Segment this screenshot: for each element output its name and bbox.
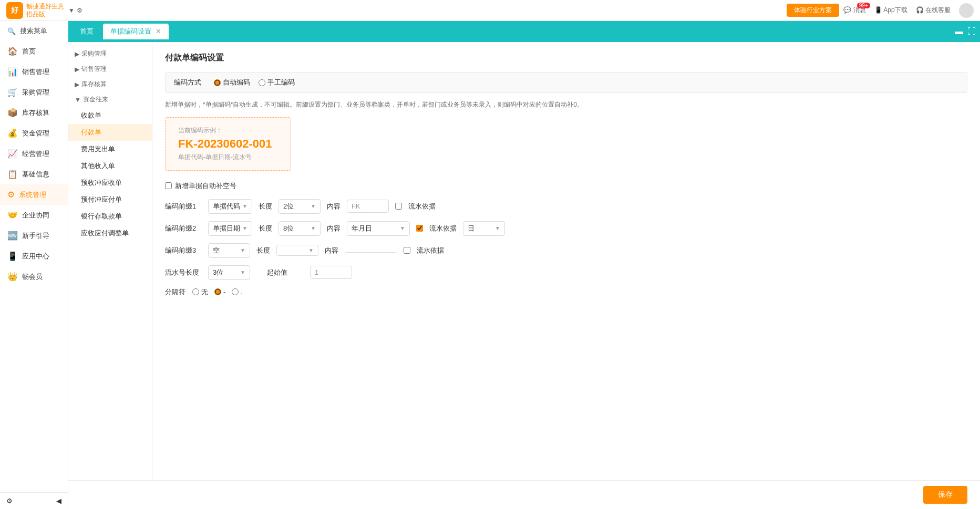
prefix3-serial-label: 流水依据: [417, 246, 444, 255]
prefix2-serial-checkbox[interactable]: [416, 225, 423, 232]
logo-icon: 好: [6, 2, 23, 19]
prefix3-length-select[interactable]: ▼: [276, 245, 318, 256]
sub-sidebar-group-inventory[interactable]: ▶ 库存核算: [68, 77, 152, 92]
sidebar-collapse-icon[interactable]: ◀: [56, 497, 61, 505]
sidebar-item-sales[interactable]: 📊 销售管理: [0, 61, 68, 82]
prefix1-length-select[interactable]: 2位 ▼: [278, 199, 321, 214]
prefix3-content-input: [345, 248, 397, 253]
prefix1-row: 编码前缀1 单据代码 ▼ 长度 2位 ▼ 内容 FK 流水依据: [165, 199, 967, 214]
sep-dash-option[interactable]: -: [214, 288, 225, 296]
prefix2-select[interactable]: 单据日期 ▼: [208, 221, 252, 236]
chevron-icon4: ▼: [311, 225, 316, 231]
prefix2-serial-unit-select[interactable]: 日 ▼: [463, 221, 505, 236]
sidebar-item-purchase[interactable]: 🛒 采购管理: [0, 82, 68, 102]
tab-home[interactable]: 首页: [73, 24, 101, 39]
online-service[interactable]: 🎧 在线客服: [916, 6, 951, 15]
sidebar-settings-icon[interactable]: ⚙: [6, 497, 13, 505]
chevron-right-icon: ▶: [75, 50, 79, 58]
auto-encode-radio[interactable]: 自动编码: [214, 78, 250, 87]
serial-length-select[interactable]: 3位 ▼: [208, 265, 250, 280]
sub-sidebar-item-pre-payment[interactable]: 预付冲应付单: [68, 191, 152, 208]
sidebar-item-system[interactable]: ⚙ 系统管理: [0, 184, 68, 205]
sidebar-item-inventory[interactable]: 📦 库存核算: [0, 102, 68, 123]
sales-icon: 📊: [7, 67, 18, 77]
minimize-icon[interactable]: ▬: [955, 27, 963, 36]
sub-sidebar-item-payment[interactable]: 付款单: [68, 124, 152, 141]
search-icon: 🔍: [7, 27, 16, 35]
inner-layout: ▶ 采购管理 ▶ 销售管理 ▶ 库存核算 ▼ 资金往来 收款单 付款单 费用支出…: [68, 42, 980, 480]
example-box: 当前编码示例： FK-20230602-001 单据代码-单据日期-流水号: [165, 117, 291, 171]
prefix1-select[interactable]: 单据代码 ▼: [208, 199, 252, 214]
sidebar: 🔍 搜索菜单 🏠 首页 📊 销售管理 🛒 采购管理 📦 库存核算 💰 资金管理 …: [0, 21, 68, 509]
tabbar-right: ▬ ⛶: [955, 27, 976, 36]
maximize-icon[interactable]: ⛶: [967, 27, 976, 36]
sidebar-item-member[interactable]: 👑 畅会员: [0, 266, 68, 287]
footer-bar: 保存: [68, 480, 980, 509]
auto-fill-checkbox-row: 新增单据自动补空号: [165, 181, 967, 191]
message-icon-wrap[interactable]: 💬 消息 99+: [843, 6, 865, 15]
message-badge: 99+: [857, 3, 870, 8]
chevron-icon5: ▼: [400, 225, 405, 231]
sub-sidebar-item-other-income[interactable]: 其他收入单: [68, 158, 152, 174]
chevron-right-icon2: ▶: [75, 66, 79, 73]
tab-encoding[interactable]: 单据编码设置 ✕: [103, 24, 169, 39]
sidebar-bottom: ⚙ ◀: [0, 492, 68, 509]
finance-icon: 💰: [7, 128, 18, 138]
sub-sidebar-item-expense[interactable]: 费用支出单: [68, 141, 152, 158]
prefix3-serial-checkbox[interactable]: [404, 247, 410, 254]
chevron-icon2: ▼: [311, 203, 316, 209]
prefix1-serial-checkbox[interactable]: [395, 203, 402, 210]
topbar-right: 💬 消息 99+ 📱 App下载 🎧 在线客服: [843, 3, 974, 18]
basic-icon: 📋: [7, 169, 18, 179]
settings-icon[interactable]: ⚙: [77, 7, 82, 14]
sep-none-option[interactable]: 无: [192, 287, 208, 297]
sidebar-search[interactable]: 🔍 搜索菜单: [0, 21, 68, 41]
system-icon: ⚙: [7, 190, 15, 200]
topbar: 好 畅捷通好生意 捂品版 ▼ ⚙ 体验行业方案 💬 消息 99+ 📱 App下载…: [0, 0, 980, 21]
sep-dot-option[interactable]: .: [232, 288, 243, 296]
sub-sidebar-group-capital[interactable]: ▼ 资金往来: [68, 92, 152, 107]
sub-sidebar-item-bank[interactable]: 银行存取款单: [68, 208, 152, 225]
sidebar-item-basic[interactable]: 📋 基础信息: [0, 164, 68, 184]
prefix2-length-label: 长度: [259, 224, 272, 233]
save-button[interactable]: 保存: [923, 486, 967, 504]
manual-encode-radio[interactable]: 手工编码: [259, 78, 295, 87]
sidebar-item-finance[interactable]: 💰 资金管理: [0, 123, 68, 143]
auto-fill-checkbox[interactable]: [165, 182, 172, 189]
example-code: FK-20230602-001: [178, 137, 278, 151]
prefix3-select[interactable]: 空 ▼: [208, 243, 250, 258]
home-icon: 🏠: [7, 46, 18, 56]
sub-sidebar-item-receipt[interactable]: 收款单: [68, 107, 152, 124]
sidebar-item-apps[interactable]: 📱 应用中心: [0, 246, 68, 266]
main-panel: 付款单编码设置 编码方式 自动编码 手工编码 新增单据时，*单据编码*自动生成，…: [152, 42, 980, 480]
sidebar-item-newbie[interactable]: 🆕 新手引导: [0, 225, 68, 246]
sub-sidebar-group-sales[interactable]: ▶ 销售管理: [68, 61, 152, 77]
sub-sidebar-item-pre-receipt[interactable]: 预收冲应收单: [68, 174, 152, 191]
start-value-input[interactable]: 1: [310, 266, 352, 279]
sub-sidebar-group-purchase[interactable]: ▶ 采购管理: [68, 46, 152, 61]
tab-close-icon[interactable]: ✕: [156, 27, 161, 35]
sidebar-item-enterprise[interactable]: 🤝 企业协同: [0, 205, 68, 225]
prefix2-content-select[interactable]: 年月日 ▼: [347, 221, 410, 236]
prefix1-content-label: 内容: [327, 202, 341, 211]
encoding-method-label: 编码方式: [174, 78, 201, 87]
chevron-icon6: ▼: [495, 225, 500, 231]
app-download[interactable]: 📱 App下载: [874, 6, 907, 15]
sub-sidebar-item-adjustment[interactable]: 应收应付调整单: [68, 225, 152, 242]
newbie-icon: 🆕: [7, 231, 18, 241]
prefix1-content-input: FK: [347, 200, 389, 213]
operations-icon: 📈: [7, 149, 18, 159]
purchase-icon: 🛒: [7, 87, 18, 97]
apps-icon: 📱: [7, 251, 18, 261]
enterprise-icon: 🤝: [7, 210, 18, 220]
sidebar-item-operations[interactable]: 📈 经营管理: [0, 143, 68, 164]
sidebar-item-home[interactable]: 🏠 首页: [0, 41, 68, 61]
chevron-icon3: ▼: [242, 225, 247, 231]
prefix2-length-select[interactable]: 8位 ▼: [278, 221, 321, 236]
prefix3-content-label: 内容: [325, 246, 338, 255]
prefix3-label: 编码前缀3: [165, 246, 202, 255]
topbar-dropdown[interactable]: ▼ ⚙: [68, 7, 82, 14]
separator-options: 无 - .: [192, 287, 243, 297]
trial-button[interactable]: 体验行业方案: [787, 4, 839, 17]
user-avatar[interactable]: [959, 3, 974, 18]
